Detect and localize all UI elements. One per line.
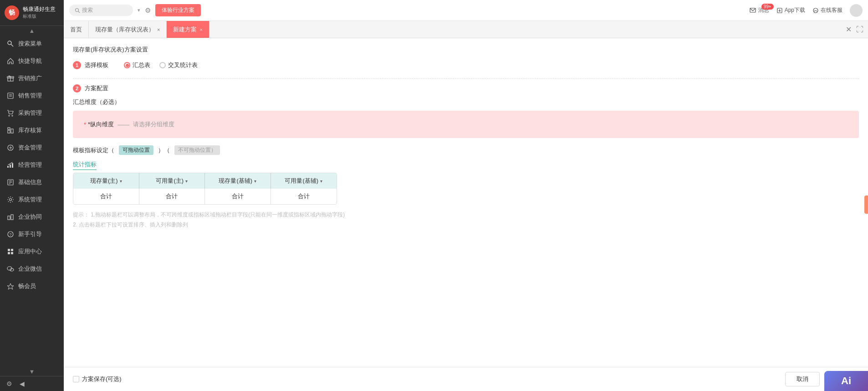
svg-rect-25 [8,249,10,251]
tab-new-scheme-close-icon[interactable]: × [199,27,202,32]
sidebar-item-finance-label: 资金管理 [18,144,42,152]
section-config: 2 方案配置 汇总维度（必选） * *纵向维度 —— 请选择分组维度 模板指标设… [73,84,859,230]
topbar-search[interactable]: 搜索 [69,5,133,16]
svg-rect-28 [11,252,13,254]
gift-icon [6,74,15,82]
sidebar-item-vip[interactable]: 畅会员 [0,278,64,295]
save-option[interactable]: 方案保存(可选) [73,375,122,383]
topbar-gear-icon[interactable]: ⚙ [145,6,151,15]
tips-section: 提示： 1.拖动标题栏可以调整布局，不可跨维度或指标区域拖动栏目字段(只能在同一… [73,210,859,230]
template-option-cross[interactable]: 交叉统计表 [159,61,198,69]
sidebar-item-vip-label: 畅会员 [18,282,36,290]
sidebar-item-guide-label: 新手引导 [18,230,42,238]
speaker-icon[interactable]: ◀ [20,380,25,387]
sidebar-scroll-up[interactable]: ▲ [0,26,64,35]
sidebar-item-app-center[interactable]: 应用中心 [0,243,64,260]
stats-col2-header[interactable]: 可用量(主) ▾ [139,173,205,189]
save-checkbox[interactable] [73,376,79,382]
save-option-label: 方案保存(可选) [82,375,122,383]
tab-expand-icon[interactable]: ⛶ [856,26,863,34]
divider1 [73,78,859,79]
sidebar-item-sales[interactable]: 销售管理 [0,87,64,104]
sidebar-item-wechat[interactable]: 企业微信 [0,260,64,278]
stats-col1-header[interactable]: 现存量(主) ▾ [73,173,139,189]
tab-home[interactable]: 首页 [64,21,89,38]
content-inner: 现存量(库存状况表)方案设置 1 选择模板 汇总表 交叉统计表 [64,38,868,367]
dimension-section-label: 汇总维度（必选） [73,98,859,106]
svg-rect-22 [11,215,13,220]
sidebar-item-operations[interactable]: 经营管理 [0,156,64,174]
indicator-settings-label: 模板指标设定（ [73,146,114,154]
sidebar-item-enterprise-label: 企业协同 [18,213,42,221]
tab-new-scheme-label: 新建方案 [173,26,197,34]
sidebar-item-inventory[interactable]: 库存核算 [0,122,64,139]
stats-col3-header[interactable]: 现存量(基辅) ▾ [205,173,271,189]
messages-button[interactable]: 消息 99+ [749,6,769,14]
col1-chevron-icon[interactable]: ▾ [120,179,122,184]
ai-fab-label: Ai [841,375,851,387]
col3-chevron-icon[interactable]: ▾ [254,179,256,184]
topbar-chevron-icon[interactable]: ▾ [138,7,140,13]
sidebar-item-search[interactable]: 搜索菜单 [0,35,64,52]
sidebar-item-inventory-label: 库存核算 [18,126,42,134]
dimension-dash: —— [117,121,129,128]
sidebar-item-purchase-label: 采购管理 [18,109,42,117]
app-version: 标准版 [23,13,56,20]
user-avatar[interactable] [850,4,863,17]
stats-col2-body: 合计 [139,189,205,204]
sidebar-item-marketing[interactable]: 营销推广 [0,70,64,87]
sidebar-item-enterprise[interactable]: 企业协同 [0,208,64,226]
tab-inventory-label: 现存量（库存状况表） [95,26,154,34]
svg-rect-27 [8,252,10,254]
section2-header: 2 方案配置 [73,84,859,93]
sidebar-scroll-down[interactable]: ▼ [0,367,64,376]
trial-button[interactable]: 体验行业方案 [155,4,201,16]
indicator-tag-inactive: 不可拖动位置） [174,145,220,155]
sidebar-item-finance[interactable]: 资金管理 [0,139,64,156]
sidebar-item-wechat-label: 企业微信 [18,265,42,273]
settings-bottom-icon[interactable]: ⚙ [6,380,12,387]
resize-handle[interactable] [864,196,868,214]
sidebar-item-quick-nav[interactable]: 快捷导航 [0,52,64,70]
sidebar-item-search-label: 搜索菜单 [18,40,42,48]
section1-header: 1 选择模板 汇总表 交叉统计表 [73,61,859,69]
vip-icon [6,282,15,290]
main-area: 搜索 ▾ ⚙ 体验行业方案 消息 99+ App下载 在线客服 首页 [64,0,868,391]
svg-rect-13 [7,166,9,168]
sidebar-item-guide[interactable]: ? 新手引导 [0,226,64,243]
ai-fab-button[interactable]: Ai [824,371,868,391]
template-options: 汇总表 交叉统计表 [124,61,198,69]
sidebar-item-system[interactable]: 系统管理 [0,191,64,208]
tab-close-all-icon[interactable]: ✕ [846,25,852,34]
svg-rect-15 [12,163,13,168]
tabbar: 首页 现存量（库存状况表） × 新建方案 × ✕ ⛶ [64,21,868,38]
template-option-summary[interactable]: 汇总表 [124,61,150,69]
section1-num: 1 [73,61,81,69]
online-service-button[interactable]: 在线客服 [812,6,842,14]
svg-point-20 [10,199,12,201]
system-icon [6,196,15,204]
sidebar-item-basic-info[interactable]: 基础信息 [0,174,64,191]
app-download-button[interactable]: App下载 [776,6,805,14]
sidebar-item-marketing-label: 营销推广 [18,74,42,82]
sidebar-item-purchase[interactable]: 采购管理 [0,104,64,122]
tab-inventory-close-icon[interactable]: × [157,27,160,32]
tabbar-actions: ✕ ⛶ [841,21,868,38]
bottom-bar: 方案保存(可选) 取消 查询 [64,367,868,391]
basic-info-icon [6,178,15,186]
cancel-button[interactable]: 取消 [785,372,820,386]
stats-col4-header[interactable]: 可用量(基辅) ▾ [271,173,337,189]
sidebar-item-sales-label: 销售管理 [18,92,42,100]
sales-icon [6,92,15,100]
radio-cross-icon [159,62,166,68]
sidebar-item-operations-label: 经营管理 [18,161,42,169]
wechat-icon [6,265,15,273]
svg-point-8 [12,115,13,116]
col2-chevron-icon[interactable]: ▾ [185,179,188,184]
tab-inventory[interactable]: 现存量（库存状况表） × [89,21,167,38]
stats-col4-body: 合计 [271,189,337,204]
tab-new-scheme[interactable]: 新建方案 × [167,21,209,38]
dimension-area[interactable]: * *纵向维度 —— 请选择分组维度 [73,111,859,138]
required-marker: * [84,121,86,128]
col4-chevron-icon[interactable]: ▾ [320,179,322,184]
